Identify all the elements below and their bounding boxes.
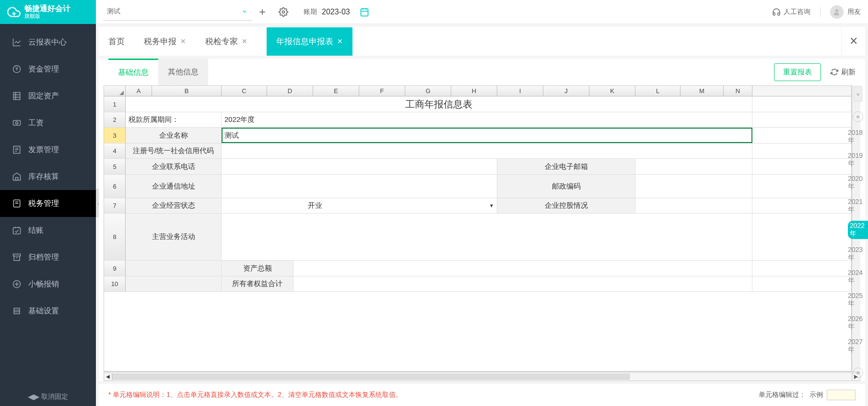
row-header-3[interactable]: 3 xyxy=(104,128,126,143)
subtab-basic[interactable]: 基础信息 xyxy=(108,59,158,85)
year-rail-up[interactable]: « xyxy=(853,111,863,122)
year-2021年[interactable]: 2021年 xyxy=(848,198,868,214)
row-header-4[interactable]: 4 xyxy=(104,143,126,158)
col-header-L[interactable]: L xyxy=(635,86,680,96)
year-2027年[interactable]: 2027年 xyxy=(848,338,868,354)
col-header-I[interactable]: I xyxy=(497,86,543,96)
refresh-icon xyxy=(831,68,838,76)
sheet-corner[interactable] xyxy=(104,86,126,96)
sidebar-item-inventory[interactable]: 库存核算 xyxy=(0,163,96,190)
tab-tax-declare[interactable]: 税务申报✕ xyxy=(144,36,186,47)
row-header-10[interactable]: 10 xyxy=(104,276,126,291)
tab-tax-check[interactable]: 税检专家✕ xyxy=(205,36,247,47)
col-header-D[interactable]: D xyxy=(267,86,313,96)
sidebar-item-fixed-assets[interactable]: 固定资产 xyxy=(0,83,96,109)
col-header-N[interactable]: N xyxy=(724,86,752,96)
report-center-icon xyxy=(12,37,22,47)
sidebar-item-fund-mgmt[interactable]: ¥资金管理 xyxy=(0,56,96,83)
reg-code-cell[interactable] xyxy=(222,143,752,158)
svg-point-15 xyxy=(16,122,18,124)
period-belong-value[interactable]: 2022年度 xyxy=(222,112,752,127)
address-cell[interactable] xyxy=(222,175,497,198)
company-selector[interactable]: 测试 xyxy=(103,3,252,21)
calendar-icon[interactable] xyxy=(360,7,369,17)
user-menu[interactable]: 用友 xyxy=(830,5,861,19)
col-header-G[interactable]: G xyxy=(405,86,451,96)
row-header-9[interactable]: 9 xyxy=(104,261,126,276)
row-header-8[interactable]: 8 xyxy=(104,214,126,260)
sidebar-item-xiaochang[interactable]: 小畅报销 xyxy=(0,271,96,298)
row-header-7[interactable]: 7 xyxy=(104,198,126,213)
holding-cell[interactable] xyxy=(635,198,752,213)
email-cell[interactable] xyxy=(635,159,752,174)
refresh-button[interactable]: 刷新 xyxy=(831,68,856,77)
zip-cell[interactable] xyxy=(635,175,752,198)
consult-link[interactable]: 人工咨询 xyxy=(772,8,810,16)
row-header-5[interactable]: 5 xyxy=(104,159,126,174)
close-icon[interactable]: ✕ xyxy=(242,37,247,45)
col-header-J[interactable]: J xyxy=(543,86,589,96)
spreadsheet[interactable]: ABCDEFGHIJKLMN 1工商年报信息表2税款所属期间：2022年度3企业… xyxy=(104,85,852,371)
status-dropdown[interactable]: 开业▼ xyxy=(222,198,497,213)
sidebar-item-salary[interactable]: 工资 xyxy=(0,109,96,136)
close-icon[interactable]: ✕ xyxy=(180,37,186,45)
year-2025年[interactable]: 2025年 xyxy=(848,292,868,308)
tab-home[interactable]: 首页 xyxy=(108,36,125,47)
reset-report-button[interactable]: 重置报表 xyxy=(774,63,821,81)
main-biz-cell[interactable] xyxy=(222,214,752,260)
col-header-H[interactable]: H xyxy=(451,86,497,96)
period-belong-label: 税款所属期间： xyxy=(126,112,222,127)
col-header-K[interactable]: K xyxy=(589,86,635,96)
sidebar-item-archive[interactable]: 归档管理 xyxy=(0,244,96,271)
sample-label: 示例 xyxy=(809,391,823,399)
chevron-down-icon xyxy=(241,8,248,15)
svg-rect-14 xyxy=(13,120,21,125)
year-rail-collapse[interactable]: « xyxy=(854,86,862,102)
col-header-C[interactable]: C xyxy=(222,86,267,96)
year-2020年[interactable]: 2020年 xyxy=(848,175,868,191)
plus-icon[interactable] xyxy=(258,7,267,17)
year-rail: « « 2018年2019年2020年2021年2022年2023年2024年2… xyxy=(848,86,868,378)
inventory-icon xyxy=(12,172,22,181)
row-header-6[interactable]: 6 xyxy=(104,175,126,198)
total-assets-cell[interactable] xyxy=(293,261,752,276)
divider xyxy=(820,7,821,17)
close-all-tabs[interactable]: ✕ xyxy=(841,27,865,56)
sidebar-item-label: 税务管理 xyxy=(28,199,59,209)
year-2026年[interactable]: 2026年 xyxy=(848,315,868,331)
row-header-2[interactable]: 2 xyxy=(104,112,126,127)
year-2023年[interactable]: 2023年 xyxy=(848,246,868,262)
sidebar-item-label: 固定资产 xyxy=(28,91,59,101)
col-header-E[interactable]: E xyxy=(313,86,359,96)
close-icon[interactable]: ✕ xyxy=(337,37,343,45)
tax-mgmt-icon xyxy=(12,199,22,208)
sidebar-item-basic-settings[interactable]: 基础设置 xyxy=(0,298,96,324)
logo-area: 畅捷通好会计 旗舰版 xyxy=(0,0,96,24)
sample-color-box xyxy=(827,390,856,400)
scroll-left-icon[interactable]: ◀ xyxy=(104,372,112,381)
consult-label: 人工咨询 xyxy=(784,8,810,16)
row-header-1[interactable]: 1 xyxy=(104,96,126,112)
horizontal-scrollbar[interactable]: ◀ ▶ xyxy=(104,371,860,381)
col-header-F[interactable]: F xyxy=(359,86,405,96)
year-rail-down[interactable]: » xyxy=(853,368,863,378)
sidebar-item-invoice-mgmt[interactable]: 发票管理 xyxy=(0,136,96,163)
year-2018年[interactable]: 2018年 xyxy=(848,129,868,145)
tab-annual-report[interactable]: 年报信息申报表✕ xyxy=(267,27,352,56)
sidebar-item-closing[interactable]: 结账 xyxy=(0,217,96,244)
col-header-B[interactable]: B xyxy=(152,86,222,96)
sidebar-item-tax-mgmt[interactable]: 税务管理 xyxy=(0,190,96,217)
phone-cell[interactable] xyxy=(222,159,497,174)
year-2024年[interactable]: 2024年 xyxy=(848,269,868,285)
col-header-M[interactable]: M xyxy=(680,86,724,96)
gear-icon[interactable] xyxy=(279,7,288,17)
svg-rect-3 xyxy=(361,9,368,16)
col-header-A[interactable]: A xyxy=(126,86,152,96)
year-2019年[interactable]: 2019年 xyxy=(848,152,868,168)
equity-cell[interactable] xyxy=(293,276,752,291)
company-name-cell[interactable]: 测试 xyxy=(222,128,752,143)
sidebar-item-report-center[interactable]: 云报表中心 xyxy=(0,29,96,56)
subtab-other[interactable]: 其他信息 xyxy=(158,59,208,85)
sidebar-unpin[interactable]: ◀▶取消固定 xyxy=(0,392,96,401)
year-2022年[interactable]: 2022年 xyxy=(848,221,868,239)
